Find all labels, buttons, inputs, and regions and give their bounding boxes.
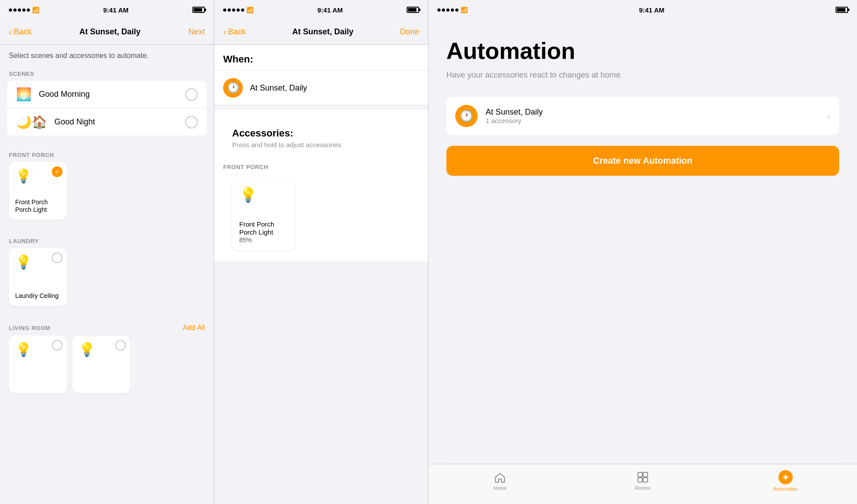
when-header: When: bbox=[214, 45, 428, 71]
status-left-1: 📶 bbox=[9, 7, 39, 13]
when-item-text: At Sunset, Daily bbox=[250, 83, 307, 93]
svg-rect-1 bbox=[643, 472, 648, 477]
accessories-subtitle: Press and hold to adjust accessories. bbox=[223, 141, 419, 156]
automation-item-subtitle: 1 accessory bbox=[486, 117, 827, 124]
tab-automation-label: Automation bbox=[773, 486, 798, 492]
automation-item-title: At Sunset, Daily bbox=[486, 107, 827, 117]
panel2-accessory-icon: 💡 bbox=[239, 186, 257, 203]
automation-tab-icon-bg bbox=[778, 470, 793, 484]
signal-dots-2 bbox=[223, 8, 244, 12]
accessory-laundry-ceiling[interactable]: 💡 Laundry Ceiling bbox=[9, 248, 67, 306]
accessories-header: Accessories: Press and hold to adjust ac… bbox=[214, 110, 428, 157]
status-bar-3: 📶 9:41 AM bbox=[428, 0, 857, 20]
tab-bar: Home Rooms Automation bbox=[428, 464, 857, 504]
status-right-1 bbox=[192, 7, 205, 13]
add-all-button[interactable]: Add All bbox=[183, 324, 205, 332]
panel2-accessory-name: Front Porch Porch Light bbox=[239, 220, 287, 236]
accessory-living-room-1[interactable]: 💡 bbox=[9, 335, 67, 393]
tab-rooms[interactable]: Rooms bbox=[571, 471, 714, 491]
panel2-accessory-value: 85% bbox=[239, 236, 287, 244]
done-button[interactable]: Done bbox=[400, 27, 419, 37]
accessories-content: FRONT PORCH 💡 Front Porch Porch Light 85… bbox=[214, 157, 428, 261]
front-porch-light-icon: 💡 bbox=[15, 168, 32, 184]
next-button[interactable]: Next bbox=[188, 27, 205, 37]
panel-1: 📶 9:41 AM ‹ Back At Sunset, Daily Next S… bbox=[0, 0, 214, 504]
status-time-3: 9:41 AM bbox=[639, 6, 665, 14]
scenes-label: SCENES bbox=[0, 62, 214, 81]
panel-2: 📶 9:41 AM ‹ Back At Sunset, Daily Done W… bbox=[214, 0, 428, 504]
panel2-accessory-info: Front Porch Porch Light 85% bbox=[239, 220, 287, 244]
tab-home[interactable]: Home bbox=[428, 471, 571, 491]
scene-name-night: Good Night bbox=[54, 117, 185, 127]
scene-row-night[interactable]: 🌙🏠 Good Night bbox=[7, 108, 207, 136]
front-porch-light-name: Front Porch Porch Light bbox=[15, 198, 61, 214]
panel2-front-porch-label: FRONT PORCH bbox=[214, 157, 428, 174]
panel2-accessory-card[interactable]: 💡 Front Porch Porch Light 85% bbox=[232, 179, 295, 251]
create-automation-button[interactable]: Create new Automation bbox=[446, 146, 839, 176]
front-porch-grid: 💡 Front Porch Porch Light ✓ bbox=[0, 162, 214, 229]
accessory-living-room-2[interactable]: 💡 bbox=[72, 335, 130, 393]
battery-icon-2 bbox=[407, 7, 419, 13]
living-room-no-check-2 bbox=[115, 340, 126, 351]
status-left-3: 📶 bbox=[437, 7, 468, 13]
tab-automation[interactable]: Automation bbox=[714, 470, 857, 492]
rooms-icon bbox=[637, 471, 649, 483]
signal-dots-3 bbox=[437, 8, 458, 12]
when-clock-icon: 🕐 bbox=[223, 78, 243, 98]
living-room-header: LIVING ROOM Add All bbox=[0, 315, 214, 335]
signal-dots bbox=[9, 8, 30, 12]
when-section: When: 🕐 At Sunset, Daily bbox=[214, 45, 428, 105]
back-button-2[interactable]: ‹ Back bbox=[223, 27, 246, 37]
status-right-3 bbox=[836, 7, 848, 13]
nav-bar-1: ‹ Back At Sunset, Daily Next bbox=[0, 20, 214, 45]
panel2-content: When: 🕐 At Sunset, Daily Accessories: Pr… bbox=[214, 45, 428, 504]
status-bar-2: 📶 9:41 AM bbox=[214, 0, 428, 20]
automation-item-clock-icon: 🕐 bbox=[455, 105, 478, 127]
panel3-spacer bbox=[428, 251, 857, 464]
status-time-1: 9:41 AM bbox=[103, 6, 129, 14]
back-button-1[interactable]: ‹ Back bbox=[9, 27, 32, 37]
status-left-2: 📶 bbox=[223, 7, 254, 13]
automation-page-subtitle: Have your accessories react to changes a… bbox=[446, 70, 839, 81]
panel2-accessories-grid: 💡 Front Porch Porch Light 85% bbox=[214, 174, 428, 261]
panel1-content: Select scenes and accessories to automat… bbox=[0, 45, 214, 504]
nav-title-2: At Sunset, Daily bbox=[292, 27, 354, 37]
living-room-icon-1: 💡 bbox=[15, 342, 32, 357]
accessory-front-porch-light[interactable]: 💡 Front Porch Porch Light ✓ bbox=[9, 162, 67, 220]
home-icon bbox=[494, 471, 506, 483]
accessories-title: Accessories: bbox=[223, 119, 419, 141]
scenes-list: 🌅 Good Morning 🌙🏠 Good Night bbox=[7, 81, 207, 136]
laundry-ceiling-name: Laundry Ceiling bbox=[15, 292, 58, 300]
scene-toggle-morning[interactable] bbox=[185, 88, 198, 101]
tab-rooms-label: Rooms bbox=[635, 485, 651, 491]
svg-rect-0 bbox=[638, 472, 642, 477]
status-bar-1: 📶 9:41 AM bbox=[0, 0, 214, 20]
living-room-no-check-1 bbox=[52, 340, 62, 351]
back-label-1[interactable]: Back bbox=[14, 27, 32, 37]
scene-icon-morning: 🌅 bbox=[16, 87, 32, 102]
when-row[interactable]: 🕐 At Sunset, Daily bbox=[214, 71, 428, 105]
living-room-label: LIVING ROOM bbox=[9, 325, 50, 331]
laundry-ceiling-icon: 💡 bbox=[15, 254, 32, 270]
wifi-icon: 📶 bbox=[32, 7, 39, 13]
back-label-2[interactable]: Back bbox=[228, 27, 246, 37]
living-room-icon-2: 💡 bbox=[79, 342, 95, 357]
automation-icon bbox=[782, 473, 790, 481]
scene-row-morning[interactable]: 🌅 Good Morning bbox=[7, 81, 207, 108]
status-time-2: 9:41 AM bbox=[317, 6, 343, 14]
automation-item-chevron: › bbox=[827, 111, 830, 121]
automation-list-item[interactable]: 🕐 At Sunset, Daily 1 accessory › bbox=[446, 97, 839, 135]
automation-page-title: Automation bbox=[446, 37, 839, 64]
wifi-icon-3: 📶 bbox=[461, 7, 468, 13]
status-right-2 bbox=[407, 7, 419, 13]
tab-home-label: Home bbox=[493, 485, 506, 491]
wifi-icon-2: 📶 bbox=[246, 7, 254, 13]
scene-name-morning: Good Morning bbox=[39, 90, 185, 99]
laundry-grid: 💡 Laundry Ceiling bbox=[0, 248, 214, 315]
scene-icon-night: 🌙🏠 bbox=[16, 115, 47, 129]
back-chevron-2: ‹ bbox=[223, 27, 226, 37]
accessories-section: Accessories: Press and hold to adjust ac… bbox=[214, 105, 428, 261]
back-chevron-1: ‹ bbox=[9, 27, 12, 37]
when-label: When: bbox=[223, 54, 253, 65]
scene-toggle-night[interactable] bbox=[185, 116, 198, 128]
